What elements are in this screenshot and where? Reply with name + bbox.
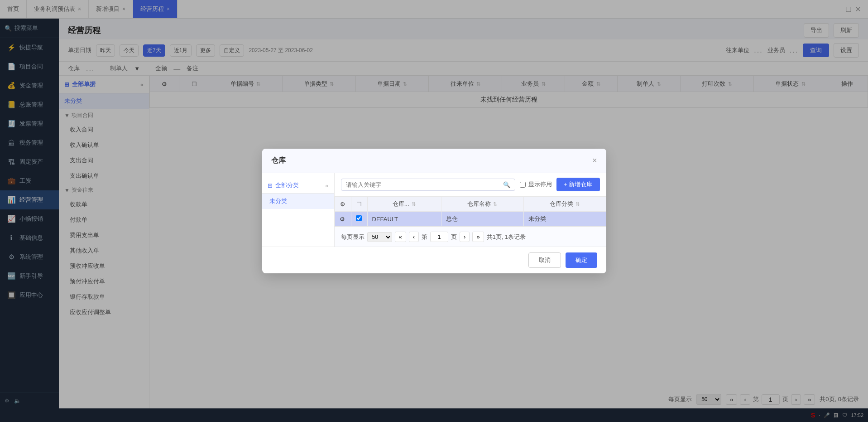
modal-title: 仓库: [271, 156, 286, 165]
modal-left-collapse-btn[interactable]: «: [325, 182, 328, 189]
modal-all-category[interactable]: ⊞ 全部分类: [268, 181, 299, 189]
modal-add-btn[interactable]: + 新增仓库: [556, 178, 599, 191]
modal-show-disabled-checkbox[interactable]: [520, 182, 526, 188]
modal-cancel-btn[interactable]: 取消: [528, 252, 561, 268]
modal-overlay: 仓库 × ⊞ 全部分类 « 未分类: [0, 19, 868, 408]
modal-page-label: 第: [422, 233, 427, 241]
modal-confirm-btn[interactable]: 确定: [566, 252, 597, 268]
modal-row-code: DEFAULT: [367, 212, 441, 227]
modal-warehouse: 仓库 × ⊞ 全部分类 « 未分类: [262, 149, 606, 273]
modal-row-category: 未分类: [523, 212, 606, 227]
grid-icon: ⊞: [268, 182, 273, 189]
modal-col-category[interactable]: 仓库分类 ⇅: [523, 197, 606, 212]
modal-row-settings[interactable]: ⚙: [335, 212, 351, 227]
modal-body: ⊞ 全部分类 « 未分类: [262, 173, 606, 247]
modal-all-category-label: 全部分类: [275, 181, 299, 189]
modal-row-name: 总仓: [441, 212, 523, 227]
modal-search-box[interactable]: 🔍: [341, 179, 516, 191]
modal-next-btn[interactable]: ›: [460, 232, 470, 242]
modal-col-name[interactable]: 仓库名称 ⇅: [441, 197, 523, 212]
modal-per-page-select[interactable]: 50 100: [367, 232, 392, 242]
modal-table-row[interactable]: ⚙ DEFAULT 总仓 未分类: [335, 212, 606, 227]
modal-left-panel: ⊞ 全部分类 « 未分类: [262, 173, 335, 247]
modal-last-btn[interactable]: »: [472, 232, 484, 242]
modal-row-checkbox[interactable]: [351, 212, 367, 227]
modal-table: ⚙ ☐ 仓库... ⇅ 仓库名称 ⇅ 仓库分类 ⇅ ⚙: [335, 196, 606, 227]
modal-table-container: ⚙ ☐ 仓库... ⇅ 仓库名称 ⇅ 仓库分类 ⇅ ⚙: [335, 196, 606, 227]
modal-page-label2: 页: [451, 233, 457, 241]
modal-page-input[interactable]: [430, 232, 448, 242]
modal-footer: 每页显示 50 100 « ‹ 第 页 ›: [335, 227, 606, 247]
modal-toolbar: 🔍 显示停用 + 新增仓库: [335, 173, 606, 196]
modal-per-page-label: 每页显示: [341, 233, 364, 241]
modal-show-disabled-text: 显示停用: [528, 180, 552, 189]
modal-search-input[interactable]: [346, 181, 504, 188]
modal-right-panel: 🔍 显示停用 + 新增仓库: [335, 173, 606, 247]
modal-col-code[interactable]: 仓库... ⇅: [367, 197, 441, 212]
modal-pagination: 每页显示 50 100 « ‹ 第 页 ›: [341, 232, 526, 242]
modal-col-checkbox[interactable]: ☐: [351, 197, 367, 212]
modal-total-label: 共1页, 1条记录: [487, 233, 526, 241]
modal-close-btn[interactable]: ×: [592, 156, 597, 165]
modal-first-btn[interactable]: «: [395, 232, 406, 242]
modal-left-item-uncat[interactable]: 未分类: [262, 194, 334, 209]
modal-header: 仓库 ×: [262, 149, 606, 173]
modal-uncat-label: 未分类: [269, 197, 287, 205]
modal-show-disabled-label[interactable]: 显示停用: [520, 180, 552, 189]
modal-search-icon: 🔍: [503, 181, 510, 188]
modal-col-settings[interactable]: ⚙: [335, 197, 351, 212]
modal-action-bar: 取消 确定: [262, 247, 606, 273]
modal-prev-btn[interactable]: ‹: [409, 232, 419, 242]
